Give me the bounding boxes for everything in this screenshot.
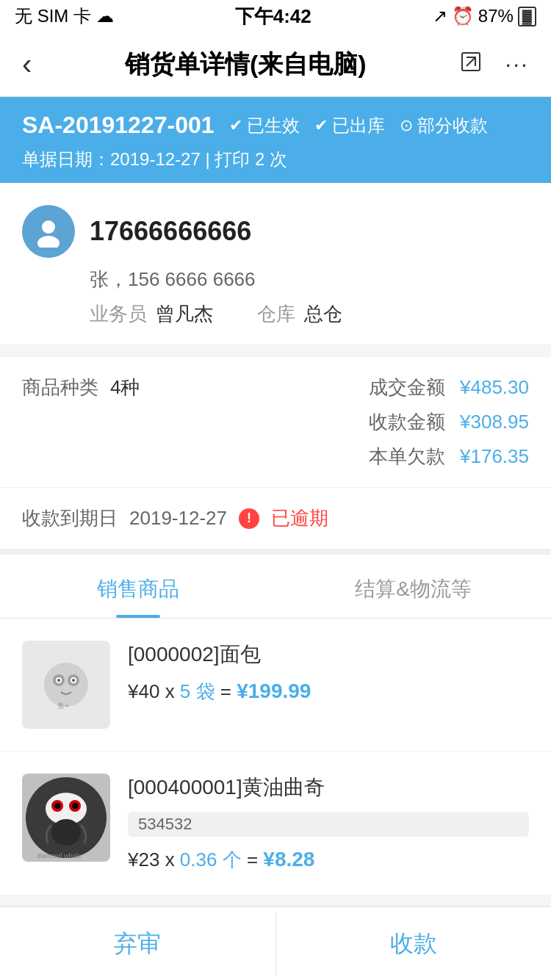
warehouse-value: 总仓 — [304, 301, 342, 327]
avatar — [22, 205, 75, 258]
received-value: ¥308.95 — [460, 411, 529, 433]
owe-row: 本单欠款 ¥176.35 — [369, 444, 529, 469]
svg-point-9 — [72, 679, 75, 682]
svg-point-3 — [44, 663, 88, 707]
tab-sales-products[interactable]: 销售商品 — [0, 555, 276, 618]
unit-price-bread: ¥40 — [128, 680, 159, 702]
customer-meta: 业务员 曾凡杰 仓库 总仓 — [22, 301, 529, 327]
status-partial-label: 部分收款 — [417, 114, 488, 137]
tabs: 销售商品 结算&物流等 — [0, 555, 551, 619]
product-name-bread: [0000002]面包 — [128, 641, 529, 669]
stats-section: 商品种类 4种 成交金额 ¥485.30 收款金额 ¥308.95 本单欠款 ¥… — [0, 357, 551, 488]
financial-stats: 成交金额 ¥485.30 收款金额 ¥308.95 本单欠款 ¥176.35 — [369, 375, 529, 469]
sales-meta: 业务员 曾凡杰 — [90, 301, 213, 327]
battery-icon: ▓ — [518, 7, 536, 26]
svg-text:鱼+: 鱼+ — [57, 702, 69, 710]
status-shipped-label: 已出库 — [332, 114, 385, 137]
more-icon[interactable]: ··· — [505, 51, 529, 78]
location-icon: ↗ — [433, 6, 447, 26]
product-name-cookie: [000400001]黄油曲奇 — [128, 774, 529, 801]
sales-value: 曾凡杰 — [156, 301, 213, 327]
due-section: 收款到期日 2019-12-27 ! 已逾期 — [0, 488, 551, 555]
unit-price-cookie: ¥23 — [128, 849, 159, 871]
check-icon-2: ✔ — [314, 116, 328, 135]
total-bread: ¥199.99 — [237, 680, 311, 702]
received-label: 收款金额 — [369, 409, 445, 435]
status-time: 下午4:42 — [235, 4, 311, 29]
customer-section: 17666666666 张，156 6666 6666 业务员 曾凡杰 仓库 总… — [0, 183, 551, 345]
product-item: 鱼+ [0000002]面包 ¥40 x 5 袋 = ¥199.99 — [0, 619, 551, 752]
customer-main: 17666666666 — [22, 205, 529, 258]
order-banner: SA-20191227-001 ✔ 已生效 ✔ 已出库 ⊙ 部分收款 单据日期：… — [0, 97, 551, 183]
overdue-text: 已逾期 — [271, 505, 328, 531]
product-tag-cookie: 534532 — [128, 812, 529, 837]
nav-bar: ‹ 销货单详情(来自电脑) ··· — [0, 32, 551, 97]
sim-label: 无 SIM 卡 ☁ — [15, 4, 114, 28]
amount-label: 成交金额 — [369, 375, 445, 400]
qty-bread: 5 — [180, 680, 190, 702]
product-item-cookie: diamond whale [000400001]黄油曲奇 534532 ¥23… — [0, 752, 551, 896]
page-title: 销货单详情(来自电脑) — [125, 48, 367, 82]
print-label: 打印 2 次 — [215, 149, 287, 169]
check-icon-1: ✔ — [229, 116, 242, 135]
status-partial: ⊙ 部分收款 — [400, 114, 488, 137]
status-right: ↗ ⏰ 87% ▓ — [433, 6, 536, 26]
sales-label: 业务员 — [90, 301, 147, 327]
warehouse-meta: 仓库 总仓 — [257, 301, 342, 327]
product-price-bread: ¥40 x 5 袋 = ¥199.99 — [128, 679, 529, 705]
order-date-row: 单据日期：2019-12-27 | 打印 2 次 — [22, 148, 529, 171]
tab-sales-label: 销售商品 — [97, 577, 179, 600]
type-value: 4种 — [110, 375, 140, 400]
qty-cookie: 0.36 — [180, 849, 217, 871]
owe-value: ¥176.35 — [460, 445, 529, 468]
bottom-bar: 弃审 收款 — [0, 907, 551, 980]
alarm-icon: ⏰ — [452, 6, 474, 26]
svg-point-16 — [72, 803, 78, 809]
tab-settlement[interactable]: 结算&物流等 — [276, 555, 551, 618]
back-button[interactable]: ‹ — [22, 48, 32, 81]
total-cookie: ¥8.28 — [263, 848, 314, 871]
order-date: 2019-12-27 — [110, 149, 201, 169]
svg-point-15 — [54, 803, 60, 809]
collect-payment-button[interactable]: 收款 — [276, 913, 552, 975]
products-list: 鱼+ [0000002]面包 ¥40 x 5 袋 = ¥199.99 — [0, 619, 551, 896]
svg-point-1 — [42, 220, 55, 234]
status-bar: 无 SIM 卡 ☁ 下午4:42 ↗ ⏰ 87% ▓ — [0, 0, 551, 32]
product-count: 商品种类 4种 — [22, 375, 140, 400]
status-shipped: ✔ 已出库 — [314, 114, 385, 137]
product-image-bread: 鱼+ — [22, 641, 110, 729]
product-price-cookie: ¥23 x 0.36 个 = ¥8.28 — [128, 847, 529, 873]
product-image-cookie: diamond whale — [22, 774, 110, 862]
svg-point-17 — [51, 819, 81, 846]
unit-bread: 袋 — [196, 680, 215, 702]
customer-name: 张，156 6666 6666 — [22, 267, 529, 292]
customer-phone: 17666666666 — [90, 216, 251, 247]
order-id: SA-20191227-001 — [22, 112, 215, 139]
owe-label: 本单欠款 — [369, 444, 445, 469]
nav-icons: ··· — [459, 50, 529, 79]
type-label: 商品种类 — [22, 375, 98, 400]
status-effected-label: 已生效 — [247, 114, 300, 137]
product-info-bread: [0000002]面包 ¥40 x 5 袋 = ¥199.99 — [128, 641, 529, 705]
amount-row: 成交金额 ¥485.30 — [369, 375, 529, 400]
abandon-review-button[interactable]: 弃审 — [0, 913, 276, 975]
unit-cookie: 个 — [223, 849, 242, 871]
amount-value: ¥485.30 — [460, 376, 529, 399]
status-effected: ✔ 已生效 — [229, 114, 300, 137]
received-row: 收款金额 ¥308.95 — [369, 409, 529, 435]
due-date: 2019-12-27 — [129, 507, 227, 530]
overdue-icon: ! — [239, 508, 259, 529]
product-info-cookie: [000400001]黄油曲奇 534532 ¥23 x 0.36 个 = ¥8… — [128, 774, 529, 873]
svg-point-2 — [37, 236, 60, 248]
separator: | — [201, 149, 215, 169]
battery-label: 87% — [478, 6, 514, 26]
svg-point-8 — [57, 679, 60, 682]
status-left: 无 SIM 卡 ☁ — [15, 4, 114, 28]
tab-settlement-label: 结算&物流等 — [355, 577, 472, 600]
clock-icon: ⊙ — [400, 116, 413, 135]
due-label: 收款到期日 — [22, 505, 118, 531]
svg-text:diamond whale: diamond whale — [37, 852, 82, 860]
date-label: 单据日期： — [22, 149, 110, 169]
warehouse-label: 仓库 — [257, 301, 295, 327]
share-icon[interactable] — [459, 50, 483, 79]
